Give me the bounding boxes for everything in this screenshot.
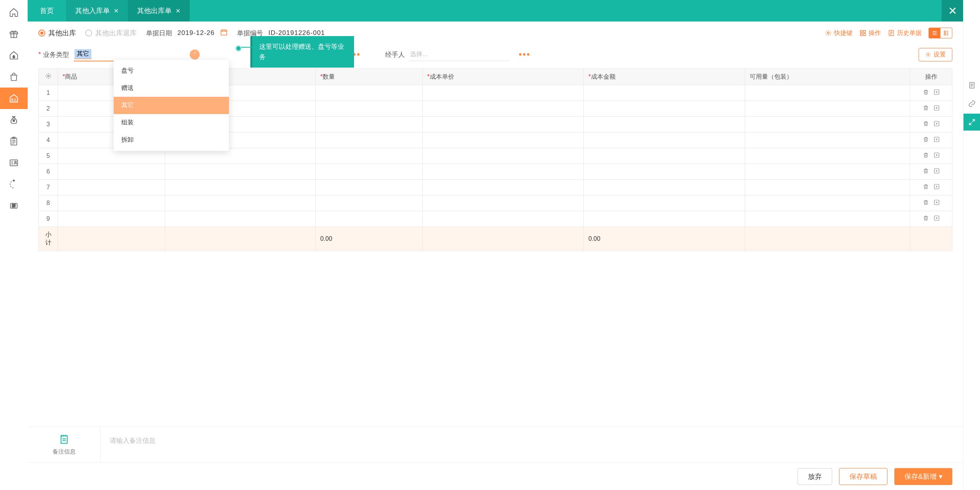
radio-other-out[interactable]: 其他出库 bbox=[38, 28, 76, 38]
cell-cost-amount[interactable] bbox=[584, 148, 745, 164]
add-row-icon[interactable] bbox=[934, 89, 940, 97]
add-row-icon[interactable] bbox=[934, 199, 940, 207]
notes-input[interactable]: 请输入备注信息 bbox=[101, 427, 963, 462]
cell-cost-price[interactable] bbox=[422, 211, 584, 227]
cell-qty[interactable] bbox=[315, 164, 422, 180]
home-icon[interactable] bbox=[8, 7, 19, 18]
money-bag-icon[interactable]: ¥ bbox=[8, 114, 19, 125]
add-row-icon[interactable] bbox=[934, 215, 940, 223]
dropdown-option[interactable]: 盘亏 bbox=[114, 62, 229, 79]
close-icon[interactable]: ✕ bbox=[175, 7, 180, 15]
cell-qty[interactable] bbox=[315, 132, 422, 148]
cell-available[interactable] bbox=[745, 164, 910, 180]
cell-cost-amount[interactable] bbox=[584, 180, 745, 195]
expand-panel-icon[interactable] bbox=[963, 114, 980, 131]
more-icon[interactable]: ••• bbox=[518, 49, 530, 60]
radio-other-out-return[interactable]: 其他出库退库 bbox=[85, 28, 137, 38]
calendar-icon[interactable] bbox=[220, 28, 228, 38]
cell-product[interactable] bbox=[58, 180, 165, 195]
tab-home[interactable]: 首页 bbox=[28, 0, 66, 22]
table-row[interactable]: 9 bbox=[39, 211, 952, 227]
cell-available[interactable] bbox=[745, 85, 910, 101]
cell-qty[interactable] bbox=[315, 85, 422, 101]
handler-input[interactable]: 选择... bbox=[409, 48, 509, 61]
tab-other-out[interactable]: 其他出库单✕ bbox=[128, 0, 190, 22]
save-draft-button[interactable]: 保存草稿 bbox=[839, 468, 887, 485]
delete-row-icon[interactable] bbox=[923, 152, 929, 160]
delete-row-icon[interactable] bbox=[923, 89, 929, 97]
cell-available[interactable] bbox=[745, 211, 910, 227]
add-row-icon[interactable] bbox=[934, 184, 940, 191]
cell-available[interactable] bbox=[745, 101, 910, 117]
cell-qty[interactable] bbox=[315, 180, 422, 195]
add-row-icon[interactable] bbox=[934, 168, 940, 175]
chevron-up-icon[interactable]: ˄ bbox=[190, 50, 200, 60]
settings-button[interactable]: 设置 bbox=[919, 48, 952, 61]
save-add-button[interactable]: 保存&新增▾ bbox=[894, 468, 952, 485]
delete-row-icon[interactable] bbox=[923, 184, 929, 191]
gift-icon[interactable] bbox=[8, 28, 19, 39]
cell-unit[interactable] bbox=[165, 180, 315, 195]
biz-type-input[interactable]: 其它 bbox=[74, 49, 91, 59]
discard-button[interactable]: 放弃 bbox=[798, 468, 832, 485]
view-list-button[interactable] bbox=[929, 28, 940, 38]
cell-cost-amount[interactable] bbox=[584, 195, 745, 211]
cell-cost-amount[interactable] bbox=[584, 164, 745, 180]
cell-cost-amount[interactable] bbox=[584, 117, 745, 132]
loading-icon[interactable] bbox=[8, 179, 19, 190]
delete-row-icon[interactable] bbox=[923, 168, 929, 175]
cell-cost-price[interactable] bbox=[422, 117, 584, 132]
dropdown-option[interactable]: 其它 bbox=[114, 97, 229, 114]
table-row[interactable]: 7 bbox=[39, 180, 952, 195]
cell-available[interactable] bbox=[745, 180, 910, 195]
add-row-icon[interactable] bbox=[934, 152, 940, 160]
delete-row-icon[interactable] bbox=[923, 105, 929, 113]
cell-unit[interactable] bbox=[165, 195, 315, 211]
dollar-house-icon[interactable]: $ bbox=[8, 50, 19, 61]
table-row[interactable]: 6 bbox=[39, 164, 952, 180]
id-card-icon[interactable] bbox=[8, 157, 19, 168]
cell-cost-amount[interactable] bbox=[584, 101, 745, 117]
cell-product[interactable] bbox=[58, 164, 165, 180]
clipboard-icon[interactable] bbox=[8, 136, 19, 147]
cell-qty[interactable] bbox=[315, 211, 422, 227]
cell-qty[interactable] bbox=[315, 101, 422, 117]
cell-available[interactable] bbox=[745, 117, 910, 132]
delete-row-icon[interactable] bbox=[923, 136, 929, 144]
cell-product[interactable] bbox=[58, 195, 165, 211]
link-panel-icon[interactable] bbox=[963, 95, 980, 112]
cell-cost-price[interactable] bbox=[422, 132, 584, 148]
cell-cost-price[interactable] bbox=[422, 195, 584, 211]
dropdown-option[interactable]: 赠送 bbox=[114, 79, 229, 97]
cell-cost-price[interactable] bbox=[422, 85, 584, 101]
cell-qty[interactable] bbox=[315, 195, 422, 211]
cell-available[interactable] bbox=[745, 148, 910, 164]
cell-cost-price[interactable] bbox=[422, 148, 584, 164]
cell-product[interactable] bbox=[58, 211, 165, 227]
add-row-icon[interactable] bbox=[934, 136, 940, 144]
cell-available[interactable] bbox=[745, 132, 910, 148]
add-row-icon[interactable] bbox=[934, 105, 940, 113]
close-app-button[interactable]: ✕ bbox=[942, 0, 963, 22]
cell-unit[interactable] bbox=[165, 211, 315, 227]
table-row[interactable]: 8 bbox=[39, 195, 952, 211]
delete-row-icon[interactable] bbox=[923, 215, 929, 223]
cell-cost-amount[interactable] bbox=[584, 211, 745, 227]
cell-qty[interactable] bbox=[315, 117, 422, 132]
history-button[interactable]: 历史单据 bbox=[888, 29, 922, 37]
operate-button[interactable]: 操作 bbox=[859, 29, 881, 37]
dropdown-option[interactable]: 拆卸 bbox=[114, 131, 229, 149]
dropdown-option[interactable]: 组装 bbox=[114, 114, 229, 131]
doc-panel-icon[interactable] bbox=[963, 77, 980, 94]
bag-icon[interactable] bbox=[8, 71, 19, 82]
cell-cost-price[interactable] bbox=[422, 180, 584, 195]
cell-qty[interactable] bbox=[315, 148, 422, 164]
shortcut-button[interactable]: 快捷键 bbox=[825, 29, 853, 37]
warehouse-icon[interactable] bbox=[0, 88, 28, 109]
add-row-icon[interactable] bbox=[934, 121, 940, 128]
cell-cost-price[interactable] bbox=[422, 164, 584, 180]
new-badge-icon[interactable]: 新 bbox=[8, 200, 19, 211]
tab-other-in[interactable]: 其他入库单✕ bbox=[66, 0, 128, 22]
delete-row-icon[interactable] bbox=[923, 121, 929, 128]
cell-available[interactable] bbox=[745, 195, 910, 211]
